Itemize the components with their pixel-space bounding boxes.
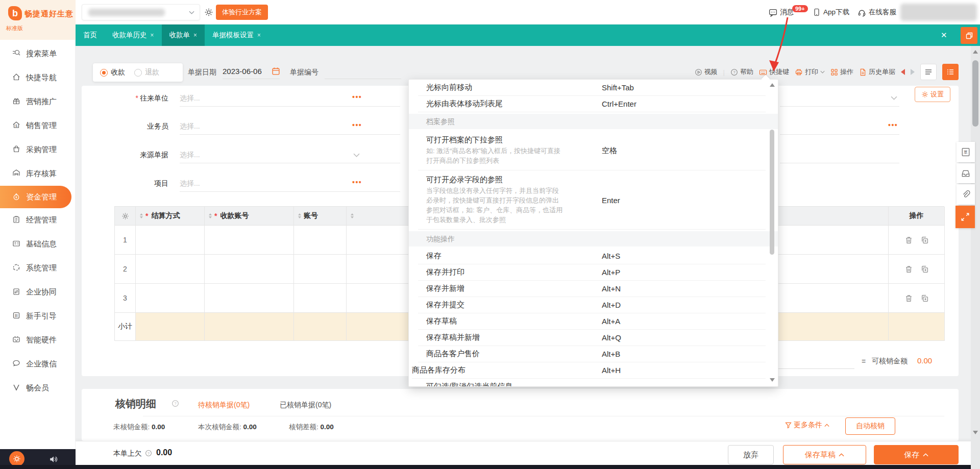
question-circle-icon[interactable]: ? xyxy=(145,450,152,457)
online-service-button[interactable]: 在线客服 xyxy=(857,8,896,17)
inbox-button[interactable] xyxy=(957,163,975,183)
field-more-button[interactable]: ••• xyxy=(888,121,898,129)
scroll-up-icon[interactable] xyxy=(770,83,775,87)
tab-close-icon[interactable]: × xyxy=(193,32,197,39)
copy-row-icon[interactable] xyxy=(921,265,928,273)
cell-account-no[interactable] xyxy=(294,284,347,313)
draft-box-button[interactable]: 草 xyxy=(957,142,975,162)
dialog-scrollbar[interactable] xyxy=(769,81,776,385)
app-download-button[interactable]: App下载 xyxy=(813,8,849,17)
doc-number-underline[interactable] xyxy=(325,79,401,79)
project-input[interactable]: 选择... xyxy=(180,179,200,188)
cell-account[interactable] xyxy=(205,255,294,284)
gear-icon[interactable] xyxy=(204,8,213,17)
doc-date-input[interactable]: 2023-06-06 xyxy=(223,67,262,76)
cancel-button[interactable]: 放弃 xyxy=(728,445,774,464)
help-button[interactable]: ? 帮助 xyxy=(730,67,753,77)
header-account[interactable]: * 收款账号 xyxy=(205,207,294,226)
sort-icon[interactable] xyxy=(351,213,354,218)
sidebar-item-collaboration[interactable]: 企业协同 xyxy=(0,280,76,304)
delete-row-icon[interactable] xyxy=(905,236,913,244)
cell-account-no[interactable] xyxy=(294,226,347,255)
sidebar-item-inventory[interactable]: 库存核算 xyxy=(0,162,76,186)
sort-icon[interactable] xyxy=(298,213,301,218)
cell-settlement[interactable] xyxy=(136,284,205,313)
scrollbar-thumb[interactable] xyxy=(770,130,774,255)
sidebar-item-business[interactable]: 经营管理 xyxy=(0,208,76,232)
cell-settlement[interactable] xyxy=(136,226,205,255)
radio-refund[interactable]: 退款 xyxy=(134,68,159,77)
attachment-button[interactable] xyxy=(957,184,975,205)
trial-plan-button[interactable]: 体验行业方案 xyxy=(216,5,268,20)
sidebar-item-purchase[interactable]: 采购管理 xyxy=(0,138,76,162)
operations-button[interactable]: 操作 xyxy=(830,67,853,77)
scroll-up-icon[interactable] xyxy=(973,50,978,54)
sidebar-item-member[interactable]: 畅会员 xyxy=(0,376,76,400)
cell-account-no[interactable] xyxy=(294,255,347,284)
header-account-no[interactable]: 账号 xyxy=(294,207,347,226)
salesman-input[interactable]: 选择... xyxy=(180,122,200,131)
delete-row-icon[interactable] xyxy=(905,294,913,302)
video-button[interactable]: 视频 xyxy=(695,67,718,77)
project-more-button[interactable]: ••• xyxy=(352,178,362,186)
calendar-icon[interactable] xyxy=(272,67,280,76)
prev-doc-icon[interactable] xyxy=(901,69,905,75)
question-circle-icon[interactable]: ? xyxy=(172,400,179,407)
auto-writeoff-button[interactable]: 自动核销 xyxy=(845,417,895,435)
chevron-down-icon[interactable] xyxy=(353,153,360,157)
copy-row-icon[interactable] xyxy=(921,294,928,302)
history-button[interactable]: 历史单据 xyxy=(859,67,895,77)
card-view-toggle[interactable] xyxy=(942,64,959,80)
cell-account[interactable] xyxy=(205,226,294,255)
tab-receipt-history[interactable]: 收款单历史 × xyxy=(105,24,162,46)
delete-row-icon[interactable] xyxy=(905,265,913,273)
radio-receipt[interactable]: 收款 xyxy=(100,68,125,77)
source-doc-input[interactable]: 选择... xyxy=(180,151,200,160)
tab-pending-docs[interactable]: 待核销单据(0笔) xyxy=(198,401,250,410)
hotkey-button[interactable]: 快捷键 xyxy=(759,67,789,77)
save-button[interactable]: 保存 xyxy=(874,445,959,464)
list-view-toggle[interactable] xyxy=(920,64,937,80)
tab-close-icon[interactable]: × xyxy=(257,32,261,39)
more-conditions-button[interactable]: 更多条件 xyxy=(785,421,829,430)
tab-receipt-order[interactable]: 收款单 × xyxy=(162,24,205,46)
form-settings-button[interactable]: 设置 xyxy=(915,87,950,102)
sidebar-item-marketing[interactable]: 营销推广 xyxy=(0,90,76,114)
sidebar-item-search-menu[interactable]: 搜索菜单 xyxy=(0,42,76,66)
customer-more-button[interactable]: ••• xyxy=(352,93,362,101)
cell-settlement[interactable] xyxy=(136,255,205,284)
customer-input[interactable]: 选择... xyxy=(180,94,200,103)
header-settlement[interactable]: * 结算方式 xyxy=(136,207,205,226)
chevron-down-icon[interactable] xyxy=(891,96,897,100)
writeoff-amount-input[interactable] xyxy=(778,368,854,369)
sidebar-item-quick-nav[interactable]: 快捷导航 xyxy=(0,66,76,90)
sidebar-item-novice-guide[interactable]: 新 新手引导 xyxy=(0,304,76,328)
fullscreen-toggle-button[interactable] xyxy=(961,27,977,44)
tab-close-icon[interactable]: × xyxy=(151,32,154,39)
sidebar-item-sales[interactable]: $ 销售管理 xyxy=(0,114,76,138)
company-switcher[interactable] xyxy=(82,4,200,20)
tab-done-docs[interactable]: 已核销单据(0笔) xyxy=(280,401,331,410)
tab-home[interactable]: 首页 xyxy=(76,24,105,46)
speaker-icon[interactable] xyxy=(49,455,58,464)
settings-gear-button[interactable] xyxy=(9,451,24,466)
next-doc-icon[interactable] xyxy=(911,69,915,75)
print-button[interactable]: 打印 xyxy=(795,67,825,77)
sidebar-item-basic-info[interactable]: 基础信息 xyxy=(0,232,76,256)
tab-template-settings[interactable]: 单据模板设置 × xyxy=(205,24,268,46)
save-draft-button[interactable]: 保存草稿 xyxy=(783,445,866,464)
sort-icon[interactable] xyxy=(140,213,143,218)
sort-icon[interactable] xyxy=(209,213,212,218)
sidebar-item-wecom[interactable]: 企业微信 xyxy=(0,352,76,376)
scroll-down-icon[interactable] xyxy=(770,378,775,382)
sidebar-item-system[interactable]: 系统管理 xyxy=(0,256,76,280)
sidebar-item-funds[interactable]: ¥ 资金管理 xyxy=(0,186,71,208)
expand-button[interactable] xyxy=(955,206,975,228)
column-settings-cell[interactable] xyxy=(115,207,136,226)
cell-account[interactable] xyxy=(205,284,294,313)
salesman-more-button[interactable]: ••• xyxy=(352,121,362,129)
scroll-down-icon[interactable] xyxy=(973,431,978,434)
sidebar-item-smart-hardware[interactable]: 智能硬件 xyxy=(0,328,76,352)
scrollbar-thumb[interactable] xyxy=(972,60,978,127)
copy-row-icon[interactable] xyxy=(921,236,928,244)
